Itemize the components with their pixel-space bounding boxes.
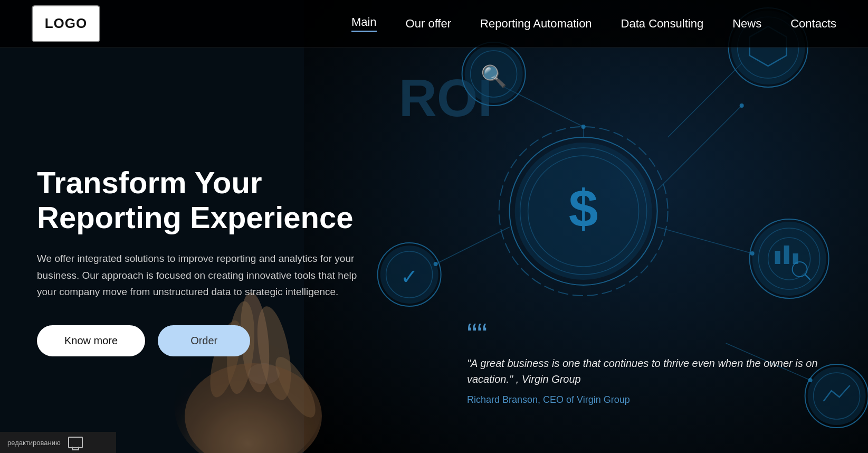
nav-item-data-consulting[interactable]: Data Consulting (621, 17, 704, 31)
nav-item-reporting-automation[interactable]: Reporting Automation (480, 17, 592, 31)
svg-line-22 (657, 227, 752, 253)
order-button[interactable]: Order (158, 325, 250, 356)
svg-line-12 (667, 63, 741, 137)
svg-point-40 (433, 262, 437, 266)
svg-point-39 (739, 103, 743, 108)
hero-content: Transform Your Reporting Experience We o… (0, 118, 369, 356)
monitor-icon (68, 437, 83, 448)
main-nav: Main Our offer Reporting Automation Data… (351, 15, 836, 32)
hero-section: ROI $ 🔍 ✓ (0, 0, 868, 453)
bottom-bar-text: редактированию (7, 439, 61, 447)
quote-author: Richard Branson, CEO of Virgin Group (467, 394, 836, 405)
svg-text:✓: ✓ (400, 265, 418, 288)
hero-description: We offer integrated solutions to improve… (37, 250, 364, 300)
hero-title: Transform Your Reporting Experience (37, 165, 369, 235)
svg-text:🔍: 🔍 (480, 63, 507, 89)
know-more-button[interactable]: Know more (37, 325, 145, 356)
quote-marks: ““ (467, 325, 836, 344)
svg-line-37 (657, 106, 741, 190)
svg-rect-27 (784, 246, 789, 264)
bottom-editor-bar: редактированию (0, 432, 116, 453)
svg-point-38 (581, 125, 585, 129)
nav-item-contacts[interactable]: Contacts (790, 17, 836, 31)
svg-point-50 (248, 363, 280, 384)
site-header: LOGO Main Our offer Reporting Automation… (0, 0, 868, 48)
svg-line-17 (435, 227, 509, 264)
nav-item-our-offer[interactable]: Our offer (406, 17, 451, 31)
hero-buttons: Know more Order (37, 325, 369, 356)
quote-block: ““ "A great business is one that continu… (467, 325, 836, 405)
svg-point-41 (750, 251, 754, 256)
quote-text: "A great business is one that continues … (467, 355, 836, 387)
logo: LOGO (32, 5, 100, 42)
svg-text:$: $ (569, 179, 598, 238)
nav-item-news[interactable]: News (732, 17, 761, 31)
nav-item-main[interactable]: Main (351, 15, 377, 32)
svg-rect-26 (775, 251, 780, 264)
